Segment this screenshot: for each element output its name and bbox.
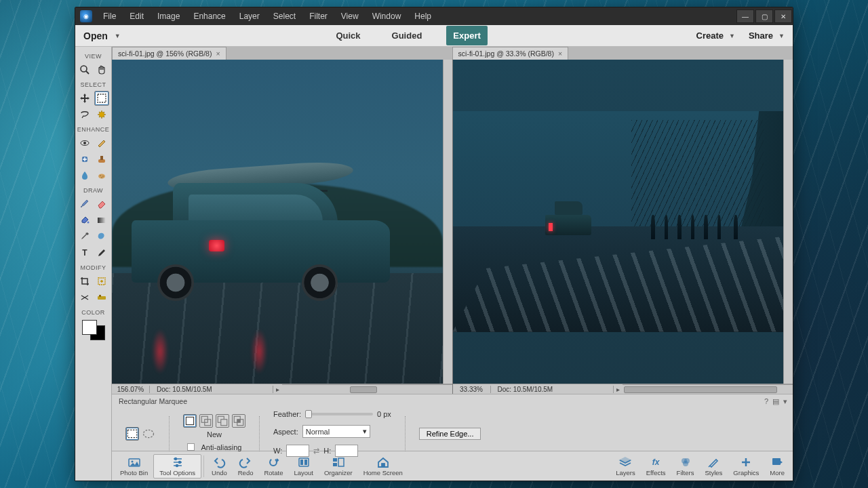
shape-tool[interactable] — [94, 229, 109, 244]
mode-subtract[interactable] — [216, 414, 229, 428]
zoom-value[interactable]: 33.33% — [453, 386, 491, 393]
svg-rect-39 — [338, 458, 344, 466]
bb-label: Rotate — [264, 469, 283, 476]
doc-tab-left[interactable]: sci-fi-01.jpg @ 156% (RGB/8)× — [112, 47, 226, 60]
svg-point-33 — [270, 459, 277, 466]
chevron-down-icon[interactable]: ▾ — [783, 397, 787, 406]
svg-point-4 — [83, 142, 86, 144]
zoom-tool[interactable] — [77, 62, 92, 77]
content-move-tool[interactable] — [94, 290, 109, 305]
options-corner: ? ▤ ▾ — [764, 397, 787, 406]
scrollbar-vertical[interactable] — [783, 60, 793, 384]
scrollbar-vertical[interactable] — [443, 60, 452, 384]
app-window: ◉ File Edit Image Enhance Layer Select F… — [75, 7, 793, 481]
move-tool[interactable] — [77, 91, 92, 106]
mode-intersect[interactable] — [232, 414, 245, 428]
menu-bar: File Edit Image Enhance Layer Select Fil… — [97, 9, 437, 24]
tab-expert[interactable]: Expert — [446, 26, 487, 45]
help-icon[interactable]: ? — [764, 397, 768, 406]
recompose-tool[interactable] — [94, 274, 109, 289]
zoom-value[interactable]: 156.07% — [112, 386, 150, 393]
menu-enhance[interactable]: Enhance — [187, 9, 231, 24]
open-label: Open — [83, 30, 108, 41]
svg-line-1 — [86, 71, 89, 74]
menu-file[interactable]: File — [97, 9, 122, 24]
close-button[interactable]: ✕ — [774, 9, 792, 23]
eraser-tool[interactable] — [94, 197, 109, 211]
chevron-right-icon[interactable]: ▸ — [613, 386, 623, 393]
menu-select[interactable]: Select — [267, 9, 302, 24]
color-swatches[interactable] — [82, 320, 105, 340]
height-label: H: — [323, 447, 331, 455]
pencil-tool[interactable] — [94, 245, 109, 260]
brush-tool[interactable] — [77, 197, 92, 211]
chevron-right-icon[interactable]: ▸ — [273, 386, 282, 393]
menu-window[interactable]: Window — [366, 9, 408, 24]
maximize-button[interactable]: ▢ — [755, 9, 773, 23]
svg-rect-45 — [772, 458, 781, 465]
straighten-tool[interactable] — [77, 290, 92, 305]
svg-rect-18 — [127, 430, 137, 437]
foreground-color[interactable] — [82, 320, 97, 335]
crop-tool[interactable] — [77, 274, 92, 289]
blur-tool[interactable] — [77, 168, 92, 183]
whiten-tool[interactable] — [94, 136, 109, 150]
clone-tool[interactable] — [94, 152, 109, 167]
quick-select-tool[interactable] — [94, 107, 109, 122]
menu-filter[interactable]: Filter — [303, 9, 334, 24]
tab-quick[interactable]: Quick — [329, 26, 367, 45]
height-input[interactable] — [335, 445, 358, 457]
mode-add[interactable] — [199, 414, 213, 428]
bb-label: Tool Options — [159, 469, 195, 476]
lasso-tool[interactable] — [77, 107, 92, 122]
svg-point-0 — [81, 66, 87, 72]
minimize-button[interactable]: ― — [736, 9, 754, 23]
create-button[interactable]: Create▼ — [696, 30, 735, 41]
tab-guided[interactable]: Guided — [385, 26, 429, 45]
width-input[interactable] — [286, 445, 309, 457]
spot-heal-tool[interactable] — [77, 152, 92, 167]
close-tab-icon[interactable]: × — [558, 49, 562, 58]
svg-rect-13 — [98, 218, 106, 223]
options-title: Rectangular Marquee — [119, 397, 786, 405]
antialias-checkbox[interactable] — [187, 443, 195, 451]
aspect-value: Normal — [306, 428, 330, 436]
menu-view[interactable]: View — [335, 9, 365, 24]
aspect-select[interactable]: Normal▾ — [302, 425, 370, 438]
doc-tab-right[interactable]: sci-fi-01.jpg @ 33.3% (RGB/8)× — [452, 47, 569, 60]
fill-tool[interactable] — [77, 213, 92, 228]
marquee-ellipse[interactable] — [142, 427, 155, 441]
eyedropper-tool[interactable] — [77, 229, 92, 244]
svg-rect-17 — [99, 295, 101, 297]
svg-point-29 — [131, 460, 133, 462]
redeye-tool[interactable] — [77, 136, 92, 150]
svg-point-44 — [683, 461, 688, 466]
share-button[interactable]: Share▼ — [749, 30, 785, 41]
gradient-tool[interactable] — [94, 213, 109, 228]
menu-icon[interactable]: ▤ — [772, 397, 779, 406]
canvas-right[interactable] — [453, 60, 784, 384]
menu-layer[interactable]: Layer — [233, 9, 266, 24]
open-button[interactable]: Open ▼ — [83, 30, 121, 41]
feather-slider[interactable] — [305, 413, 373, 415]
refine-edge-button[interactable]: Refine Edge... — [419, 428, 481, 440]
canvas-left[interactable] — [112, 60, 443, 384]
menu-image[interactable]: Image — [151, 9, 186, 24]
close-tab-icon[interactable]: × — [216, 49, 220, 58]
svg-rect-40 — [382, 464, 384, 467]
text-tool[interactable]: T — [77, 245, 92, 260]
mode-label: New — [207, 430, 222, 439]
marquee-rect[interactable] — [125, 427, 139, 441]
menu-edit[interactable]: Edit — [123, 9, 150, 24]
swap-icon[interactable]: ⇄ — [313, 447, 319, 455]
hand-tool[interactable] — [94, 62, 109, 77]
sponge-tool[interactable] — [94, 168, 109, 183]
marquee-tool[interactable] — [94, 91, 109, 106]
menu-help[interactable]: Help — [408, 9, 437, 24]
scrollbar-horizontal[interactable] — [623, 384, 793, 394]
mode-new[interactable] — [183, 414, 197, 428]
group-modify: MODIFY — [81, 264, 106, 271]
scrollbar-horizontal[interactable] — [282, 384, 452, 394]
titlebar[interactable]: ◉ File Edit Image Enhance Layer Select F… — [75, 7, 793, 25]
bb-label: Organizer — [324, 469, 353, 476]
